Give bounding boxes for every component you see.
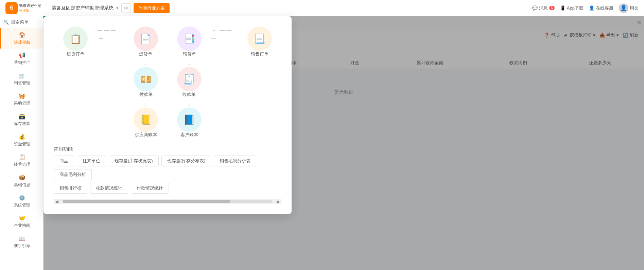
sidebar-item-finance[interactable]: 💰 资金管理	[0, 130, 43, 150]
quick-icon: 🏠	[19, 32, 25, 38]
flow-node-purchase-bill[interactable]: 📄 进货单	[124, 26, 168, 57]
scrollbar-track	[63, 200, 273, 203]
scroll-right-arrow[interactable]: ▶	[275, 199, 281, 204]
sidebar-item-marketing[interactable]: 📢 营销推广	[0, 49, 43, 69]
finance-icon: 💰	[19, 133, 25, 140]
system-icon: ⚙️	[19, 195, 25, 201]
sales-bill-icon: 📑	[177, 26, 202, 51]
sales-order-label: 销售订单	[251, 51, 268, 57]
cf-btn-sales-margin[interactable]: 销售毛利分析表	[214, 156, 256, 166]
cf-btn-payment-stat[interactable]: 付款情况统计	[131, 183, 169, 194]
sidebar-item-label: 快捷导航	[14, 39, 30, 45]
top-bar: 6 畅康通好生意 标准版 装备及固定资产辅助管理系统 ▾ ⚙ 体验行业方案 💬 …	[0, 0, 644, 16]
sidebar-search[interactable]: 🔍 搜索菜单	[0, 16, 43, 28]
flow-node-sales-bill[interactable]: 📑 销货单	[168, 26, 211, 57]
logo-line1: 畅康通好生意	[19, 3, 41, 8]
sidebar-item-label: 系统管理	[14, 202, 30, 208]
sidebar-search-label: 搜索菜单	[11, 19, 29, 25]
sidebar-item-label: 销售管理	[14, 80, 30, 86]
common-functions-title: 常用功能	[54, 146, 281, 152]
flow-row-3: 💴 付款单 🧾 收款单	[54, 67, 281, 97]
search-icon: 🔍	[3, 20, 9, 25]
arrow-down-sales: ↓	[168, 60, 211, 67]
user-label: 用友	[630, 5, 639, 11]
cf-btn-goods[interactable]: 商品	[54, 156, 74, 166]
sidebar-item-label: 企业协同	[14, 223, 30, 229]
online-service-button[interactable]: 👤 在线客服	[589, 5, 613, 11]
cf-btn-sales-rank[interactable]: 销售排行榜	[54, 183, 87, 194]
receipt-icon: 🧾	[177, 67, 202, 91]
sidebar-item-enterprise[interactable]: 🤝 企业协同	[0, 212, 43, 232]
arrow-down-purchase: ↓	[124, 60, 168, 67]
app-container: 6 畅康通好生意 标准版 装备及固定资产辅助管理系统 ▾ ⚙ 体验行业方案 💬 …	[0, 0, 644, 270]
sidebar-item-label: 库存核算	[14, 121, 30, 127]
app-icon: 📱	[560, 5, 565, 11]
trial-button[interactable]: 体验行业方案	[134, 3, 170, 13]
cf-btn-stock-dist[interactable]: 现存量(库存分布表)	[161, 156, 211, 166]
supplier-ledger-label: 供应商账本	[135, 132, 157, 138]
cf-btn-stock-status[interactable]: 现存量(库存状况表)	[109, 156, 159, 166]
sidebar-item-newbie[interactable]: 📖 新手引导	[0, 232, 43, 252]
top-right-area: 💬 消息 6 📱 App下载 👤 在线客服 👤 用友	[532, 3, 639, 13]
sidebar-item-purchase[interactable]: 🧺 采购管理	[0, 89, 43, 110]
marketing-icon: 📢	[19, 52, 25, 58]
logo-line2: 标准版	[19, 8, 41, 13]
sidebar-item-basic[interactable]: 📦 基础信息	[0, 171, 43, 191]
sidebar-item-system[interactable]: ⚙️ 系统管理	[0, 191, 43, 212]
app-download-button[interactable]: 📱 App下载	[560, 5, 584, 11]
enterprise-icon: 🤝	[19, 215, 25, 221]
payment-label: 付款单	[139, 91, 153, 97]
message-icon: 💬	[532, 5, 538, 11]
purchase-order-label: 进货订单	[67, 51, 84, 57]
arrow-row-2: ↓ ↓	[54, 60, 281, 67]
flow-node-sales-order[interactable]: 📃 销售订单	[238, 26, 281, 57]
customer-ledger-label: 客户账本	[180, 132, 198, 138]
sidebar-item-label: 经营管理	[14, 162, 30, 167]
newbie-icon: 📖	[19, 235, 25, 242]
sidebar-item-label: 基础信息	[14, 182, 30, 188]
cf-btn-receipt-stat[interactable]: 收款情况统计	[90, 183, 128, 194]
purchase-order-icon: 📋	[63, 26, 88, 51]
flow-row-5: 📒 供应商账本 📘 客户账本	[54, 107, 281, 138]
purchase-icon: 🧺	[19, 93, 25, 99]
flow-row-1: 📋 进货订单 ─ ─ ─ → 📄 进货单	[54, 26, 281, 57]
sidebar-item-quick[interactable]: 🏠 快捷导航	[0, 28, 43, 49]
modal-scrollbar[interactable]: ◀ ▶	[54, 199, 281, 204]
flow-node-receipt[interactable]: 🧾 收款单	[168, 67, 211, 97]
operation-icon: 📋	[19, 154, 25, 160]
modal-overlay[interactable]: 📋 进货订单 ─ ─ ─ → 📄 进货单	[43, 16, 644, 270]
scroll-left-arrow[interactable]: ◀	[54, 199, 60, 204]
sidebar-item-label: 资金管理	[14, 141, 30, 147]
user-avatar-area[interactable]: 👤 用友	[619, 3, 639, 13]
scrollbar-thumb[interactable]	[63, 200, 230, 203]
sidebar-item-sales[interactable]: 🛒 销售管理	[0, 69, 43, 89]
sidebar-item-label: 新手引导	[14, 243, 30, 249]
modal-dialog: 📋 进货订单 ─ ─ ─ → 📄 进货单	[43, 16, 292, 214]
arrow-down-payment: ↓	[124, 100, 168, 107]
arrow-down-receipt: ↓	[168, 100, 211, 107]
flow-node-payment[interactable]: 💴 付款单	[124, 67, 168, 97]
system-dropdown-icon[interactable]: ▾	[116, 5, 119, 11]
logo-area: 6 畅康通好生意 标准版	[5, 2, 49, 14]
inventory-icon: 🗃️	[19, 113, 25, 120]
message-badge: 6	[549, 6, 555, 10]
payment-icon: 💴	[134, 67, 158, 91]
sidebar-item-inventory[interactable]: 🗃️ 库存核算	[0, 110, 43, 130]
gear-button[interactable]: ⚙	[121, 3, 131, 13]
arrow-1: ─ ─ ─ →	[97, 26, 124, 50]
system-title-area: 装备及固定资产辅助管理系统 ▾ ⚙ 体验行业方案	[52, 3, 532, 13]
avatar: 👤	[619, 3, 628, 13]
cf-btn-goods-margin[interactable]: 商品毛利分析	[54, 169, 92, 180]
flow-node-customer-ledger[interactable]: 📘 客户账本	[168, 107, 211, 138]
purchase-bill-label: 进货单	[139, 51, 152, 57]
sidebar-item-label: 采购管理	[14, 101, 30, 106]
sidebar-item-operation[interactable]: 📋 经营管理	[0, 150, 43, 171]
message-button[interactable]: 💬 消息 6	[532, 5, 555, 11]
receipt-label: 收款单	[182, 91, 196, 97]
flow-section: 📋 进货订单 ─ ─ ─ → 📄 进货单	[54, 26, 281, 138]
sales-icon: 🛒	[19, 72, 25, 79]
cf-btn-partners[interactable]: 往来单位	[77, 156, 106, 166]
sales-bill-label: 销货单	[183, 51, 196, 57]
flow-node-supplier-ledger[interactable]: 📒 供应商账本	[124, 107, 168, 138]
flow-node-purchase-order[interactable]: 📋 进货订单	[54, 26, 97, 57]
